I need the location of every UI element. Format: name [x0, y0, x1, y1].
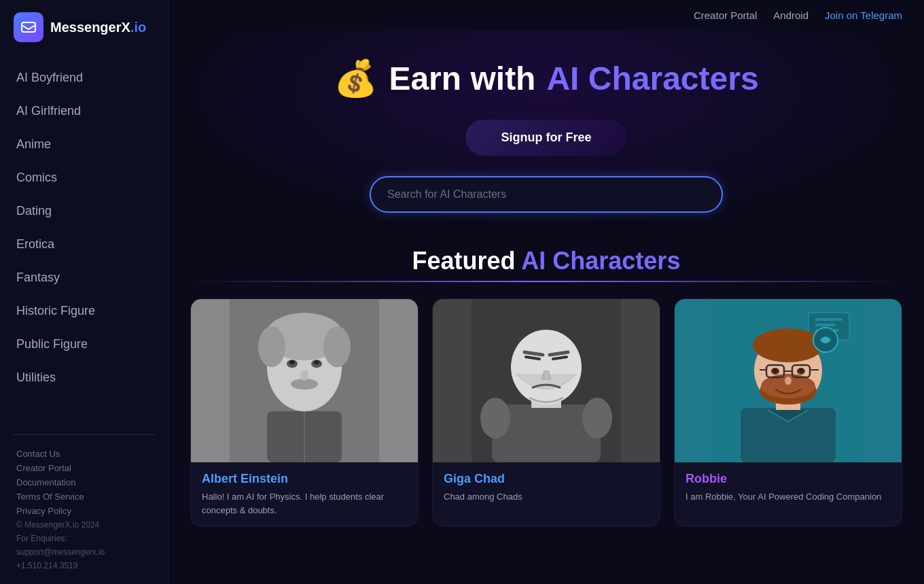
- logo-icon: [14, 12, 43, 42]
- copyright-text: © MessengerX.io 2024: [16, 520, 152, 530]
- sidebar-divider: [14, 434, 154, 435]
- svg-rect-0: [22, 22, 35, 32]
- sidebar-item-dating[interactable]: Dating: [0, 194, 168, 228]
- featured-section: Featured AI Characters: [168, 233, 924, 549]
- sidebar-item-fantasy[interactable]: Fantasy: [0, 261, 168, 294]
- footer-link-documentation[interactable]: Documentation: [16, 477, 152, 487]
- enquiries-label: For Enquiries:: [16, 534, 152, 543]
- card-giga-chad[interactable]: Giga Chad Chad among Chads: [432, 298, 660, 527]
- svg-point-10: [314, 360, 319, 364]
- hero-emoji: 💰: [334, 58, 378, 99]
- card-desc-einstein: Hallo! I am AI for Physics. I help stude…: [202, 490, 407, 517]
- sidebar-item-anime[interactable]: Anime: [0, 128, 168, 161]
- sidebar-nav: AI Boyfriend AI Girlfriend Anime Comics …: [0, 54, 168, 428]
- svg-point-5: [323, 326, 351, 367]
- card-name-einstein: Albert Einstein: [202, 472, 407, 486]
- svg-point-44: [753, 328, 823, 362]
- phone-number: +1.510.214.3519: [16, 561, 152, 570]
- topnav-telegram[interactable]: Join on Telegram: [825, 10, 902, 21]
- card-image-gigachad: [433, 299, 660, 462]
- sidebar-item-comics[interactable]: Comics: [0, 161, 168, 194]
- main-content: Creator Portal Android Join on Telegram …: [168, 0, 924, 584]
- footer-link-privacy[interactable]: Privacy Policy: [16, 506, 152, 516]
- footer-link-contact-us[interactable]: Contact Us: [16, 449, 152, 459]
- hero-title-suffix: AI Characters: [546, 60, 758, 97]
- card-robbie[interactable]: Robbie I am Robbie, Your AI Powered Codi…: [674, 298, 902, 527]
- sidebar-footer: Contact Us Creator Portal Documentation …: [0, 442, 168, 584]
- svg-point-9: [289, 360, 295, 364]
- card-albert-einstein[interactable]: Albert Einstein Hallo! I am AI for Physi…: [190, 298, 419, 527]
- card-image-einstein: [191, 299, 418, 462]
- svg-rect-27: [815, 324, 836, 326]
- hero-title: 💰 Earn with AI Characters: [334, 58, 758, 99]
- featured-title-prefix: Featured: [412, 247, 516, 275]
- footer-link-creator-portal[interactable]: Creator Portal: [16, 463, 152, 473]
- cards-grid: Albert Einstein Hallo! I am AI for Physi…: [190, 298, 902, 527]
- svg-point-41: [773, 368, 777, 373]
- svg-rect-26: [815, 318, 842, 321]
- hero-title-prefix: Earn with: [389, 60, 535, 97]
- card-body-einstein: Albert Einstein Hallo! I am AI for Physi…: [191, 462, 418, 526]
- sidebar-item-erotica[interactable]: Erotica: [0, 228, 168, 261]
- svg-point-17: [511, 330, 582, 405]
- enquiries-email: support@messengerx.io: [16, 547, 152, 557]
- sidebar-item-public-figure[interactable]: Public Figure: [0, 328, 168, 361]
- robbie-avatar: [675, 299, 902, 462]
- sidebar: MessengerX.io AI Boyfriend AI Girlfriend…: [0, 0, 168, 584]
- card-desc-robbie: I am Robbie, Your AI Powered Coding Comp…: [686, 490, 891, 504]
- svg-point-4: [258, 326, 285, 367]
- sidebar-item-ai-boyfriend[interactable]: AI Boyfriend: [0, 61, 168, 95]
- card-desc-gigachad: Chad among Chads: [444, 490, 649, 504]
- gigachad-avatar: [433, 299, 660, 462]
- sidebar-item-ai-girlfriend[interactable]: AI Girlfriend: [0, 95, 168, 128]
- signup-button[interactable]: Signup for Free: [464, 118, 628, 157]
- svg-point-43: [785, 377, 792, 385]
- featured-divider: [190, 281, 902, 282]
- svg-point-11: [300, 370, 308, 381]
- einstein-avatar: [191, 299, 418, 462]
- svg-point-42: [799, 368, 803, 373]
- featured-title-suffix: AI Characters: [521, 247, 680, 275]
- logo-text: MessengerX.io: [50, 20, 146, 35]
- card-name-robbie: Robbie: [686, 472, 891, 486]
- card-name-gigachad: Giga Chad: [444, 472, 649, 486]
- sidebar-item-historic-figure[interactable]: Historic Figure: [0, 294, 168, 328]
- svg-point-22: [480, 398, 510, 439]
- search-input[interactable]: [370, 176, 723, 213]
- card-body-gigachad: Giga Chad Chad among Chads: [433, 462, 660, 513]
- card-body-robbie: Robbie I am Robbie, Your AI Powered Codi…: [675, 462, 902, 513]
- top-nav: Creator Portal Android Join on Telegram: [168, 0, 924, 31]
- sidebar-item-utilities[interactable]: Utilities: [0, 361, 168, 394]
- search-container: [370, 176, 723, 213]
- card-image-robbie: [675, 299, 902, 462]
- logo[interactable]: MessengerX.io: [0, 0, 168, 54]
- hero-section: 💰 Earn with AI Characters Signup for Fre…: [168, 31, 924, 233]
- featured-title: Featured AI Characters: [190, 247, 902, 275]
- topnav-android[interactable]: Android: [773, 10, 808, 21]
- footer-link-terms[interactable]: Terms Of Service: [16, 492, 152, 502]
- svg-point-23: [582, 398, 612, 439]
- topnav-creator-portal[interactable]: Creator Portal: [694, 10, 757, 21]
